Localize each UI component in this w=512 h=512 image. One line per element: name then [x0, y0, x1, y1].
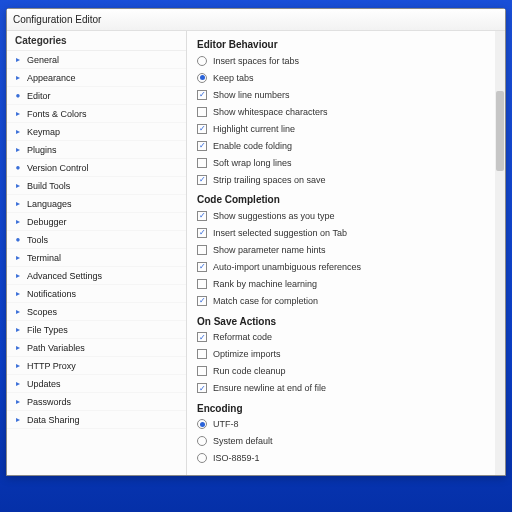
- setting-label: Match case for completion: [213, 296, 495, 306]
- tree-item-label: Updates: [27, 379, 180, 389]
- checkbox-icon[interactable]: ✓: [197, 211, 207, 221]
- section-completion-title: Code Completion: [187, 188, 505, 207]
- radio-icon[interactable]: [197, 436, 207, 446]
- chevron-right-icon: ▸: [13, 217, 23, 227]
- setting-row[interactable]: ✓Show line numbers: [187, 86, 505, 103]
- setting-row[interactable]: Rank by machine learning: [187, 275, 505, 292]
- tree-item[interactable]: ▸Data Sharing: [7, 411, 186, 429]
- checkbox-icon[interactable]: ✓: [197, 228, 207, 238]
- setting-label: Strip trailing spaces on save: [213, 175, 495, 185]
- tree-item[interactable]: ▸Build Tools: [7, 177, 186, 195]
- checkbox-icon[interactable]: ✓: [197, 332, 207, 342]
- tree-item[interactable]: ●Editor: [7, 87, 186, 105]
- chevron-right-icon: ▸: [13, 145, 23, 155]
- tree-item[interactable]: ▸Keymap: [7, 123, 186, 141]
- setting-label: ISO-8859-1: [213, 453, 495, 463]
- tree-item[interactable]: ▸Debugger: [7, 213, 186, 231]
- setting-label: Show parameter name hints: [213, 245, 495, 255]
- setting-label: System default: [213, 436, 495, 446]
- setting-row[interactable]: ✓Auto-import unambiguous references: [187, 258, 505, 275]
- chevron-right-icon: ▸: [13, 181, 23, 191]
- setting-label: Insert spaces for tabs: [213, 56, 495, 66]
- bullet-icon: ●: [13, 235, 23, 245]
- config-window: Configuration Editor Categories ▸General…: [6, 8, 506, 476]
- tree-item[interactable]: ▸Path Variables: [7, 339, 186, 357]
- tree-item[interactable]: ▸Scopes: [7, 303, 186, 321]
- tree-item[interactable]: ●Tools: [7, 231, 186, 249]
- tree-item[interactable]: ▸Terminal: [7, 249, 186, 267]
- chevron-right-icon: ▸: [13, 397, 23, 407]
- tree-item[interactable]: ▸Appearance: [7, 69, 186, 87]
- setting-label: Highlight current line: [213, 124, 495, 134]
- checkbox-icon[interactable]: ✓: [197, 296, 207, 306]
- setting-row[interactable]: ✓Strip trailing spaces on save: [187, 171, 505, 188]
- checkbox-icon[interactable]: [197, 349, 207, 359]
- radio-icon[interactable]: [197, 56, 207, 66]
- setting-row[interactable]: ✓Ensure newline at end of file: [187, 380, 505, 397]
- checkbox-icon[interactable]: [197, 107, 207, 117]
- scrollbar-thumb[interactable]: [496, 91, 504, 171]
- checkbox-icon[interactable]: [197, 245, 207, 255]
- radio-icon[interactable]: [197, 73, 207, 83]
- tree-item[interactable]: ▸Languages: [7, 195, 186, 213]
- tree-item-label: Plugins: [27, 145, 180, 155]
- checkbox-icon[interactable]: ✓: [197, 124, 207, 134]
- window-title: Configuration Editor: [13, 14, 101, 25]
- tree-item[interactable]: ▸Notifications: [7, 285, 186, 303]
- setting-row[interactable]: Show parameter name hints: [187, 241, 505, 258]
- checkbox-icon[interactable]: ✓: [197, 90, 207, 100]
- scrollbar[interactable]: [495, 31, 505, 475]
- radio-icon[interactable]: [197, 419, 207, 429]
- tree-item[interactable]: ▸Plugins: [7, 141, 186, 159]
- chevron-right-icon: ▸: [13, 109, 23, 119]
- checkbox-icon[interactable]: [197, 279, 207, 289]
- chevron-right-icon: ▸: [13, 307, 23, 317]
- checkbox-icon[interactable]: ✓: [197, 262, 207, 272]
- setting-row[interactable]: ✓Match case for completion: [187, 292, 505, 309]
- checkbox-icon[interactable]: [197, 366, 207, 376]
- tree-item[interactable]: ●Version Control: [7, 159, 186, 177]
- setting-label: Enable code folding: [213, 141, 495, 151]
- setting-row[interactable]: ✓Highlight current line: [187, 120, 505, 137]
- setting-row[interactable]: Run code cleanup: [187, 363, 505, 380]
- tree-item-label: HTTP Proxy: [27, 361, 180, 371]
- chevron-right-icon: ▸: [13, 289, 23, 299]
- setting-row[interactable]: System default: [187, 433, 505, 450]
- tree-item[interactable]: ▸File Types: [7, 321, 186, 339]
- setting-row[interactable]: ✓Enable code folding: [187, 137, 505, 154]
- setting-row[interactable]: UTF-8: [187, 416, 505, 433]
- setting-row[interactable]: ✓Insert selected suggestion on Tab: [187, 224, 505, 241]
- setting-row[interactable]: Keep tabs: [187, 69, 505, 86]
- chevron-right-icon: ▸: [13, 127, 23, 137]
- tree-item-label: Passwords: [27, 397, 180, 407]
- checkbox-icon[interactable]: ✓: [197, 175, 207, 185]
- tree-item[interactable]: ▸Fonts & Colors: [7, 105, 186, 123]
- setting-row[interactable]: Show whitespace characters: [187, 103, 505, 120]
- tree-item[interactable]: ▸HTTP Proxy: [7, 357, 186, 375]
- tree-item[interactable]: ▸Advanced Settings: [7, 267, 186, 285]
- setting-row[interactable]: Insert spaces for tabs: [187, 52, 505, 69]
- checkbox-icon[interactable]: [197, 158, 207, 168]
- tree-item-label: Build Tools: [27, 181, 180, 191]
- chevron-right-icon: ▸: [13, 55, 23, 65]
- chevron-right-icon: ▸: [13, 379, 23, 389]
- setting-row[interactable]: ✓Show suggestions as you type: [187, 207, 505, 224]
- checkbox-icon[interactable]: ✓: [197, 383, 207, 393]
- setting-label: Optimize imports: [213, 349, 495, 359]
- setting-row[interactable]: Soft wrap long lines: [187, 154, 505, 171]
- tree-item[interactable]: ▸General: [7, 51, 186, 69]
- tree-item[interactable]: ▸Passwords: [7, 393, 186, 411]
- setting-row[interactable]: ✓Reformat code: [187, 329, 505, 346]
- chevron-right-icon: ▸: [13, 199, 23, 209]
- tree-item-label: Scopes: [27, 307, 180, 317]
- radio-icon[interactable]: [197, 453, 207, 463]
- checkbox-icon[interactable]: ✓: [197, 141, 207, 151]
- section-encoding-title: Encoding: [187, 397, 505, 416]
- setting-row[interactable]: Optimize imports: [187, 346, 505, 363]
- setting-label: Show line numbers: [213, 90, 495, 100]
- tree-item[interactable]: ▸Updates: [7, 375, 186, 393]
- chevron-right-icon: ▸: [13, 253, 23, 263]
- chevron-right-icon: ▸: [13, 325, 23, 335]
- tree-item-label: General: [27, 55, 180, 65]
- setting-row[interactable]: ISO-8859-1: [187, 450, 505, 467]
